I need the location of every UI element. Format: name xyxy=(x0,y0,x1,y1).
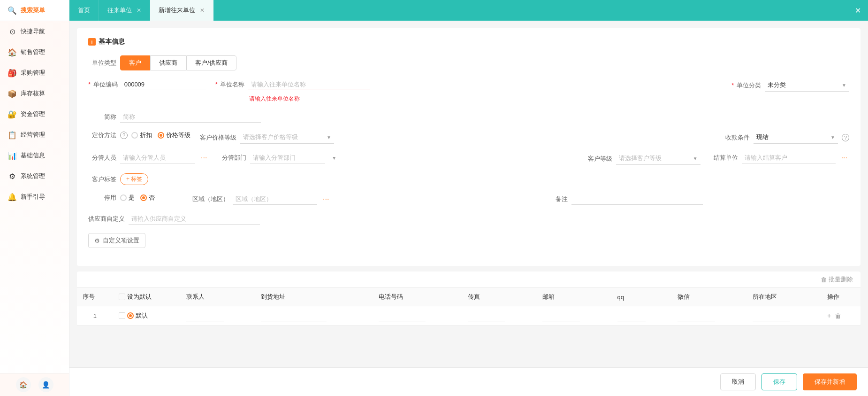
tab-new-contact-close[interactable]: ✕ xyxy=(200,7,205,14)
payment-help-icon[interactable]: ? xyxy=(842,134,849,141)
header-checkbox[interactable] xyxy=(119,294,125,300)
unit-name-input[interactable] xyxy=(248,79,370,90)
add-tag-button[interactable]: + 标签 xyxy=(120,173,148,185)
unit-type-both-btn[interactable]: 客户/供应商 xyxy=(186,55,236,70)
sales-icon: 🏠 xyxy=(8,47,17,57)
unit-code-input[interactable] xyxy=(122,79,206,90)
batch-delete-button[interactable]: 🗑 批量删除 xyxy=(821,275,853,284)
row-contact-input[interactable] xyxy=(186,310,224,321)
sidebar-item-quick-nav[interactable]: ⊙ 快捷导航 xyxy=(0,21,69,42)
basic-icon: 📊 xyxy=(8,151,17,160)
sidebar-item-sales[interactable]: 🏠 销售管理 xyxy=(0,42,69,62)
add-row-button[interactable]: + xyxy=(827,312,831,319)
sidebar-item-search[interactable]: 🔍 搜索菜单 xyxy=(0,0,69,21)
remark-input[interactable] xyxy=(571,194,703,205)
sidebar-item-operation[interactable]: 📋 经营管理 xyxy=(0,124,69,145)
row-default-radio[interactable]: 默认 xyxy=(127,311,148,320)
region-label: 区域（地区） xyxy=(192,195,229,203)
table-body: 1 默认 xyxy=(77,306,860,326)
supplier-custom-input[interactable] xyxy=(129,213,260,225)
customer-price-level-select[interactable]: 请选择客户价格等级 ▼ xyxy=(240,131,334,144)
pricing-help-icon[interactable]: ? xyxy=(120,132,128,139)
short-name-input[interactable] xyxy=(120,111,261,123)
content-area: i 基本信息 单位类型 客户 供应商 客户/供应商 * xyxy=(69,21,868,367)
sidebar-item-basic[interactable]: 📊 基础信息 xyxy=(0,145,69,166)
disabled-row: 停用 是 否 区域（地区） ··· xyxy=(88,194,849,205)
row-email-input[interactable] xyxy=(542,310,580,321)
save-button[interactable]: 保存 xyxy=(761,373,797,390)
manager-more-btn[interactable]: ··· xyxy=(199,154,209,162)
unit-type-supplier-btn[interactable]: 供应商 xyxy=(150,55,186,70)
tab-new-contact[interactable]: 新增往来单位 ✕ xyxy=(150,0,213,21)
table-header: 序号 设为默认 联系人 到货地址 电话号码 传真 邮箱 qq xyxy=(77,288,860,306)
disabled-radio-group: 是 否 xyxy=(120,194,155,202)
row-phone-input[interactable] xyxy=(379,310,426,321)
tab-home[interactable]: 首页 xyxy=(69,0,99,21)
row-checkbox[interactable] xyxy=(119,312,125,319)
customer-tag-label: 客户标签 xyxy=(88,175,116,184)
custom-settings-button[interactable]: ⚙ 自定义项设置 xyxy=(88,233,145,248)
system-icon: ⚙ xyxy=(8,171,17,181)
payment-terms-select[interactable]: 现结 ▼ xyxy=(754,131,838,144)
quick-nav-icon: ⊙ xyxy=(8,27,17,36)
settlement-unit-field: 结算单位 ··· xyxy=(710,152,849,163)
basic-info-card: i 基本信息 单位类型 客户 供应商 客户/供应商 * xyxy=(77,28,860,266)
row-fax-input[interactable] xyxy=(468,310,505,321)
customer-level-select[interactable]: 请选择客户等级 ▼ xyxy=(616,152,700,165)
settlement-more-btn[interactable]: ··· xyxy=(839,154,849,162)
tab-close-all-button[interactable]: ✕ xyxy=(847,0,868,21)
unit-type-customer-btn[interactable]: 客户 xyxy=(120,55,150,70)
col-qq: qq xyxy=(612,288,672,306)
row-region-input[interactable] xyxy=(753,310,790,321)
col-fax: 传真 xyxy=(462,288,537,306)
disabled-no-option[interactable]: 否 xyxy=(140,194,155,202)
delete-row-button[interactable]: 🗑 xyxy=(835,312,841,319)
supplier-custom-row: 供应商自定义 xyxy=(88,213,849,225)
unit-category-label: * 单位分类 xyxy=(731,81,761,90)
department-input[interactable] xyxy=(250,152,325,163)
home-footer-icon[interactable]: 🏠 xyxy=(16,377,31,392)
remark-label: 备注 xyxy=(540,195,568,203)
user-footer-icon[interactable]: 👤 xyxy=(38,377,53,392)
pricing-level-option[interactable]: 价格等级 xyxy=(158,131,190,140)
row-fax xyxy=(462,306,537,326)
sidebar-item-guide[interactable]: 🔔 新手引导 xyxy=(0,186,69,207)
manager-row: 分管人员 ··· 分管部门 ▼ 客户等级 请选择客户等级 ▼ xyxy=(88,152,849,165)
tab-contacts-close[interactable]: ✕ xyxy=(137,7,141,14)
col-address: 到货地址 xyxy=(255,288,373,306)
sidebar: 🔍 搜索菜单 ⊙ 快捷导航 🏠 销售管理 🎒 采购管理 📦 库存核算 🔐 资金管… xyxy=(0,0,69,396)
save-and-new-button[interactable]: 保存并新增 xyxy=(803,373,857,390)
operation-icon: 📋 xyxy=(8,130,17,140)
disabled-yes-label: 是 xyxy=(129,194,135,202)
manager-input[interactable] xyxy=(120,152,195,163)
finance-icon: 🔐 xyxy=(8,109,17,119)
row-qq-input[interactable] xyxy=(617,310,646,321)
region-input[interactable] xyxy=(233,194,317,205)
region-more-btn[interactable]: ··· xyxy=(321,195,331,203)
sidebar-item-inventory[interactable]: 📦 库存核算 xyxy=(0,83,69,104)
settlement-unit-input[interactable] xyxy=(742,152,836,163)
tab-contacts[interactable]: 往来单位 ✕ xyxy=(99,0,150,21)
department-select[interactable]: ▼ xyxy=(329,154,339,163)
code-name-category-row: * 单位编码 * 单位名称 请输入往来单位名称 xyxy=(88,79,849,103)
row-wechat-input[interactable] xyxy=(678,310,715,321)
cancel-button[interactable]: 取消 xyxy=(720,373,756,390)
batch-delete-label: 批量删除 xyxy=(829,275,853,284)
section-title-icon: i xyxy=(88,38,96,46)
disabled-yes-option[interactable]: 是 xyxy=(120,194,135,202)
manager-field: 分管人员 ··· xyxy=(88,152,209,163)
pricing-discount-option[interactable]: 折扣 xyxy=(131,131,152,140)
pricing-radio-group: 折扣 价格等级 xyxy=(131,131,190,140)
pricing-method-label: 定价方法 xyxy=(88,131,116,140)
unit-name-required: * xyxy=(215,81,218,88)
unit-category-select[interactable]: 未分类 ▼ xyxy=(765,79,849,92)
sidebar-item-finance[interactable]: 🔐 资金管理 xyxy=(0,104,69,124)
pricing-discount-label: 折扣 xyxy=(140,131,152,140)
tab-home-label: 首页 xyxy=(78,6,90,15)
row-action-group: + 🗑 xyxy=(827,312,855,319)
row-address-input[interactable] xyxy=(261,310,327,321)
sidebar-item-purchase[interactable]: 🎒 采购管理 xyxy=(0,62,69,83)
short-name-row: 简称 xyxy=(88,111,849,123)
disabled-label: 停用 xyxy=(88,194,116,202)
sidebar-item-system[interactable]: ⚙ 系统管理 xyxy=(0,166,69,186)
